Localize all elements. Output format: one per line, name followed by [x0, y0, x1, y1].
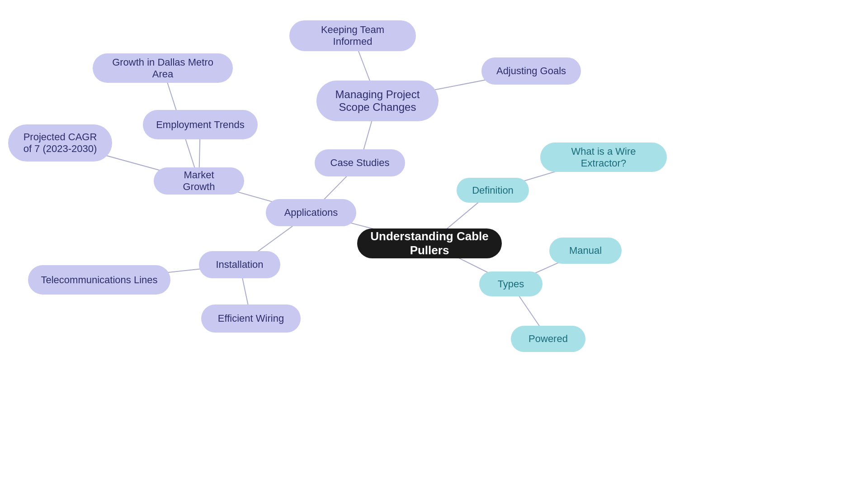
case-studies-node: Case Studies	[315, 149, 405, 176]
definition-node: Definition	[457, 178, 529, 203]
efficient-wiring-node: Efficient Wiring	[201, 304, 301, 333]
applications-node: Applications	[266, 199, 356, 226]
adjusting-goals-node: Adjusting Goals	[481, 57, 581, 85]
types-node: Types	[479, 271, 542, 296]
keeping-team-node: Keeping Team Informed	[289, 20, 416, 51]
what-is-node: What is a Wire Extractor?	[540, 143, 667, 172]
installation-node: Installation	[199, 251, 280, 278]
managing-project-node: Managing Project Scope Changes	[316, 81, 439, 121]
market-growth-node: Market Growth	[154, 167, 244, 195]
telecom-node: Telecommunications Lines	[28, 265, 170, 295]
center-node: Understanding Cable Pullers	[357, 228, 502, 258]
projected-cagr-node: Projected CAGR of 7 (2023-2030)	[8, 124, 112, 162]
growth-dallas-node: Growth in Dallas Metro Area	[93, 53, 233, 83]
employment-trends-node: Employment Trends	[143, 110, 258, 139]
powered-node: Powered	[511, 326, 585, 352]
manual-node: Manual	[549, 238, 622, 264]
